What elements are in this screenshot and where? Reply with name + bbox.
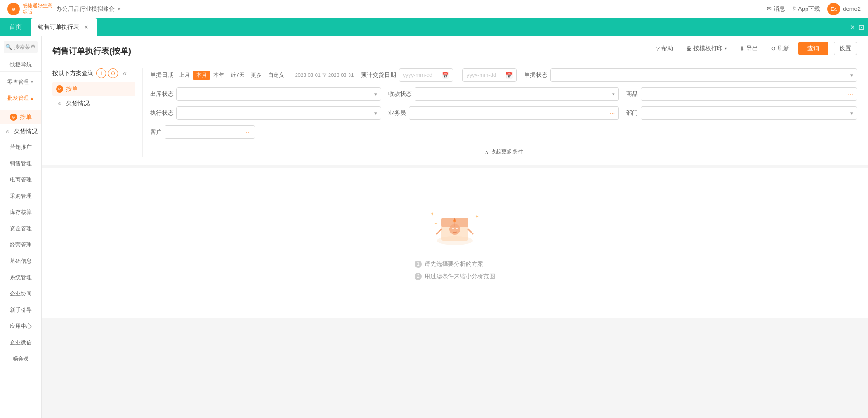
download-icon: ⎘ xyxy=(793,5,796,12)
print-button[interactable]: 🖶 按模板打印 ▾ xyxy=(682,43,731,54)
dept-field: 部门 ▾ xyxy=(626,106,857,120)
date-tabs: 上月 本月 本年 近7天 更多 自定义 xyxy=(176,71,287,80)
goods-select[interactable]: ··· xyxy=(641,87,857,101)
scheme-item-debt[interactable]: ⊙ 欠货情况 xyxy=(52,96,135,111)
svg-line-11 xyxy=(437,229,441,234)
logo-icon: 畅 xyxy=(7,3,20,15)
expected-date-to[interactable]: yyyy-mm-dd 📅 xyxy=(462,68,517,82)
add-scheme-button[interactable]: + xyxy=(96,68,106,78)
customer-field: 客户 ··· xyxy=(150,125,255,139)
date-tab-last-month[interactable]: 上月 xyxy=(176,71,193,80)
sidebar-item-marketing[interactable]: 营销推广 xyxy=(0,139,41,155)
tab-bar-actions: × ⊡ xyxy=(850,23,868,32)
out-status-field: 出库状态 ▾ xyxy=(150,87,381,101)
receive-status-select[interactable]: ▾ xyxy=(415,87,619,101)
expected-date-from[interactable]: yyyy-mm-dd 📅 xyxy=(399,68,453,82)
sidebar-menu: 零售管理 ▼ 批发管理 ▲ ⊙ 按单 ⊙ 欠货情况 xyxy=(0,72,41,369)
delete-scheme-button[interactable]: ⊙ xyxy=(108,68,118,78)
filter-row-3: 执行状态 ▾ 业务员 ··· 部门 xyxy=(150,106,857,120)
date-tab-this-year[interactable]: 本年 xyxy=(211,71,227,80)
top-header: 畅 畅捷通好生意 标版 办公用品行业模拟账套 ▾ ✉ 消息 ⎘ App下载 Ea… xyxy=(0,0,868,18)
scheme-debt-icon: ⊙ xyxy=(56,100,63,107)
user-profile[interactable]: Ea demo2 xyxy=(827,3,861,15)
sidebar-item-operations[interactable]: 经营管理 xyxy=(0,237,41,253)
sidebar: 🔍 搜索菜单 快捷导航 零售管理 ▼ 批发管理 ▲ ⊙ 按单 xyxy=(0,36,42,418)
svg-point-6 xyxy=(449,224,460,235)
sidebar-item-inventory[interactable]: 库存核算 xyxy=(0,204,41,220)
sidebar-item-system[interactable]: 系统管理 xyxy=(0,269,41,285)
sidebar-item-newbie[interactable]: 新手引导 xyxy=(0,302,41,318)
main-layout: 🔍 搜索菜单 快捷导航 零售管理 ▼ 批发管理 ▲ ⊙ 按单 xyxy=(0,36,868,418)
salesperson-field: 业务员 ··· xyxy=(388,106,619,120)
tab-close-icon[interactable]: × xyxy=(83,24,90,31)
date-tab-more[interactable]: 更多 xyxy=(248,71,264,80)
message-icon: ✉ xyxy=(767,5,772,12)
shortcuts-label: 快捷导航 xyxy=(4,61,38,69)
sidebar-item-wholesale[interactable]: 批发管理 ▲ xyxy=(0,90,41,106)
salesperson-ellipsis[interactable]: ··· xyxy=(610,109,615,117)
sidebar-item-ecommerce[interactable]: 电商管理 xyxy=(0,171,41,188)
sidebar-sub-item-order[interactable]: ⊙ 按单 xyxy=(0,110,41,124)
goods-ellipsis[interactable]: ··· xyxy=(848,90,853,98)
print-icon: 🖶 xyxy=(686,45,692,52)
filter-row-4: 客户 ··· xyxy=(150,125,857,139)
breadcrumb[interactable]: 办公用品行业模拟账套 ▾ xyxy=(56,5,121,13)
settings-button[interactable]: 设置 xyxy=(834,42,857,55)
empty-line-2: 2 用过滤条件来缩小分析范围 xyxy=(415,271,495,281)
customer-ellipsis[interactable]: ··· xyxy=(245,128,251,136)
collapse-more-button[interactable]: ∧ 收起更多条件 xyxy=(150,144,857,157)
scheme-item-order[interactable]: ⊙ 按单 xyxy=(52,82,135,96)
empty-num-1: 1 xyxy=(415,261,422,268)
message-button[interactable]: ✉ 消息 xyxy=(767,5,785,13)
bill-status-select[interactable]: ▾ xyxy=(550,68,857,82)
sidebar-item-retail[interactable]: 零售管理 ▼ xyxy=(0,74,41,90)
sidebar-item-appstore[interactable]: 应用中心 xyxy=(0,318,41,334)
exec-status-select[interactable]: ▾ xyxy=(176,106,381,120)
sidebar-item-member[interactable]: 畅会员 xyxy=(0,351,41,367)
empty-illustration: ✦ ✦ ✦ xyxy=(428,204,482,250)
collapse-scheme-button[interactable]: « xyxy=(120,68,130,78)
filter-scheme-title: 按以下方案查询 + ⊙ « xyxy=(52,68,135,78)
dept-select[interactable]: ▾ xyxy=(641,106,857,120)
tab-minimize-icon[interactable]: × xyxy=(850,23,855,32)
salesperson-select[interactable]: ··· xyxy=(409,106,619,120)
logo-text: 畅捷通好生意 标版 xyxy=(23,3,52,14)
sidebar-sub-item-debt[interactable]: ⊙ 欠货情况 xyxy=(0,124,41,139)
home-tab[interactable]: 首页 xyxy=(0,18,31,36)
expected-date-field: 预计交货日期 yyyy-mm-dd 📅 — yyyy-mm-dd 📅 xyxy=(361,68,517,82)
date-tab-7days[interactable]: 近7天 xyxy=(228,71,247,80)
exec-status-arrow: ▾ xyxy=(374,110,377,116)
tab-maximize-icon[interactable]: ⊡ xyxy=(859,23,864,32)
sales-order-tab[interactable]: 销售订单执行表 × xyxy=(31,18,97,36)
expected-date-range: yyyy-mm-dd 📅 — yyyy-mm-dd 📅 xyxy=(399,68,517,82)
print-dropdown-icon: ▾ xyxy=(725,46,727,51)
scheme-order-icon: ⊙ xyxy=(56,86,63,93)
export-button[interactable]: ⇓ 导出 xyxy=(736,43,762,54)
date-tab-this-month[interactable]: 本月 xyxy=(193,71,210,80)
calendar-from-icon: 📅 xyxy=(442,72,449,79)
calendar-to-icon: 📅 xyxy=(505,72,513,79)
sidebar-item-sales[interactable]: 销售管理 xyxy=(0,155,41,171)
sidebar-item-purchase[interactable]: 采购管理 xyxy=(0,188,41,204)
page-header: 销售订单执行表(按单) ? 帮助 🖶 按模板打印 ▾ ⇓ 导出 ↻ 刷新 xyxy=(42,36,868,61)
sidebar-item-basic[interactable]: 基础信息 xyxy=(0,253,41,269)
svg-text:✦: ✦ xyxy=(475,214,479,219)
svg-text:✦: ✦ xyxy=(434,222,438,226)
page-title: 销售订单执行表(按单) xyxy=(52,46,131,57)
collapse-icon: ∧ xyxy=(485,149,489,155)
empty-text: 1 请先选择要分析的方案 2 用过滤条件来缩小分析范围 xyxy=(415,259,495,282)
search-menu-button[interactable]: 🔍 搜索菜单 xyxy=(4,41,38,53)
help-button[interactable]: ? 帮助 xyxy=(653,43,677,54)
receive-status-field: 收款状态 ▾ xyxy=(388,87,619,101)
sidebar-item-finance[interactable]: 资金管理 xyxy=(0,220,41,237)
app-download-button[interactable]: ⎘ App下载 xyxy=(793,5,820,13)
sidebar-item-enterprise[interactable]: 企业协同 xyxy=(0,285,41,302)
date-tab-custom[interactable]: 自定义 xyxy=(265,71,287,80)
sidebar-item-wechat[interactable]: 企业微信 xyxy=(0,334,41,351)
out-status-select[interactable]: ▾ xyxy=(176,87,381,101)
avatar: Ea xyxy=(827,3,840,15)
debt-scheme-icon: ⊙ xyxy=(4,128,11,135)
refresh-button[interactable]: ↻ 刷新 xyxy=(767,43,793,54)
customer-select[interactable]: ··· xyxy=(165,125,255,139)
search-button[interactable]: 查询 xyxy=(798,42,828,55)
